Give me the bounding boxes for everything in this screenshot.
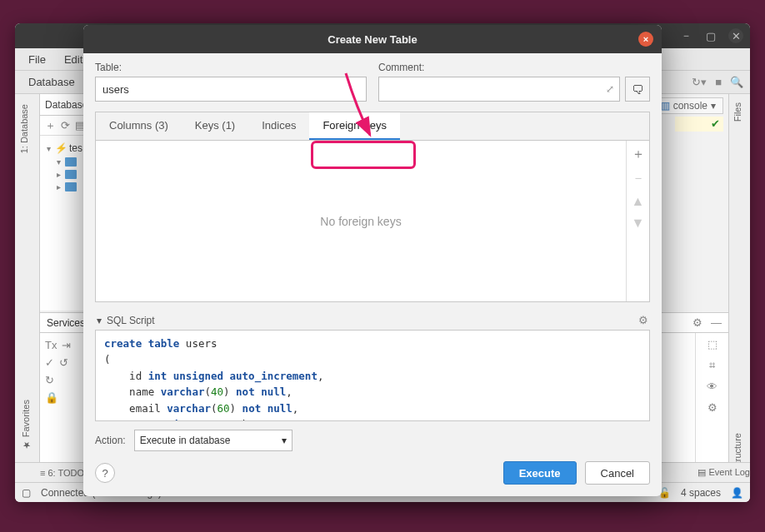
action-select[interactable]: Execute in database ▾: [134, 430, 292, 451]
folder-icon: [65, 182, 77, 191]
add-icon[interactable]: ＋: [45, 118, 56, 133]
left-gutter-database[interactable]: 1: Database: [19, 104, 29, 153]
expand-icon[interactable]: ⤢: [606, 83, 614, 95]
hide-icon[interactable]: —: [711, 316, 722, 329]
favorites-tab[interactable]: ★ Favorites: [15, 395, 36, 455]
toolbar-right: ↻▾ ■ 🔍: [692, 76, 750, 88]
sql-script-editor[interactable]: create table users ( id int unsigned aut…: [95, 330, 650, 421]
search-icon[interactable]: 🔍: [730, 76, 743, 88]
gear-icon[interactable]: ⚙: [692, 316, 702, 329]
gear-icon[interactable]: ⚙: [708, 401, 718, 414]
lock-icon[interactable]: 🔒: [45, 391, 58, 404]
check-icon: ✔: [711, 117, 720, 130]
chevron-down-icon: ▾: [97, 315, 102, 326]
services-tools: ⚙ —: [692, 316, 722, 329]
rerun-icon[interactable]: ↻: [45, 374, 54, 386]
action-label: Action:: [95, 435, 126, 446]
status-indent[interactable]: 4 spaces: [681, 487, 721, 499]
list-tools: ＋ － ▲ ▼: [626, 141, 649, 301]
cancel-button[interactable]: Cancel: [585, 461, 650, 485]
right-gutter: Files Structure: [728, 94, 750, 479]
status-icon: ▢: [22, 487, 31, 499]
sync-icon[interactable]: ↻▾: [692, 76, 707, 88]
close-icon[interactable]: ×: [638, 32, 653, 47]
tx-indent-icon[interactable]: ⇥: [62, 339, 71, 351]
chevron-down-icon: ▾: [282, 435, 287, 446]
tab-foreign-keys[interactable]: Foreign Keys: [309, 112, 400, 140]
ddl-icon[interactable]: ⌗: [709, 359, 715, 372]
stop-icon[interactable]: ■: [715, 76, 722, 88]
folder-icon: [65, 170, 77, 179]
bottom-tab-todo[interactable]: ≡ 6: TODO: [40, 468, 84, 478]
sql-script-label: SQL Script: [107, 315, 155, 326]
console-badge[interactable]: ▥console▾: [653, 97, 723, 114]
dialog-titlebar[interactable]: Create New Table ×: [83, 25, 662, 53]
move-up-icon[interactable]: ▲: [632, 194, 645, 209]
event-log[interactable]: ▤ Event Log: [698, 467, 750, 478]
tab-columns[interactable]: Columns (3): [96, 112, 182, 140]
breadcrumb[interactable]: Database: [20, 72, 83, 92]
table-name-input[interactable]: users: [95, 77, 367, 102]
execute-button[interactable]: Execute: [503, 461, 577, 485]
notify-icon[interactable]: 👤: [731, 487, 743, 499]
help-button[interactable]: ?: [95, 463, 115, 483]
comment-label: Comment:: [378, 62, 650, 73]
commit-icon[interactable]: ✓: [45, 356, 54, 369]
folder-icon: [65, 157, 77, 167]
menu-file[interactable]: File: [20, 51, 54, 68]
table-label: Table:: [95, 62, 367, 73]
db-root[interactable]: tes: [69, 142, 82, 154]
minimize-icon[interactable]: －: [678, 28, 693, 43]
comment-toggle-button[interactable]: 🗨: [625, 77, 650, 102]
tab-keys[interactable]: Keys (1): [182, 112, 248, 140]
services-title[interactable]: Services: [47, 317, 85, 329]
rollback-icon[interactable]: ↺: [59, 356, 68, 369]
layout-icon[interactable]: ⬚: [708, 338, 718, 351]
remove-icon[interactable]: －: [632, 170, 645, 187]
tab-indices[interactable]: Indices: [248, 112, 309, 140]
create-table-dialog: Create New Table × Table: users Comment:…: [83, 25, 662, 496]
tx-label: Tx: [45, 339, 57, 351]
comment-input[interactable]: ⤢: [378, 77, 620, 102]
foreign-keys-empty: No foreign keys: [96, 141, 626, 301]
eye-icon[interactable]: 👁: [707, 380, 718, 393]
right-gutter-files[interactable]: Files: [732, 102, 742, 122]
dialog-tabs: Columns (3) Keys (1) Indices Foreign Key…: [96, 112, 649, 141]
dialog-title: Create New Table: [328, 33, 417, 46]
refresh-icon[interactable]: ⟳: [61, 119, 70, 132]
sql-script-toggle[interactable]: ▾ SQL Script: [97, 315, 155, 326]
add-icon[interactable]: ＋: [632, 146, 645, 163]
gear-icon[interactable]: ⚙: [638, 314, 648, 326]
move-down-icon[interactable]: ▼: [632, 216, 645, 231]
close-icon[interactable]: ✕: [728, 28, 743, 43]
maximize-icon[interactable]: ▢: [703, 28, 718, 43]
